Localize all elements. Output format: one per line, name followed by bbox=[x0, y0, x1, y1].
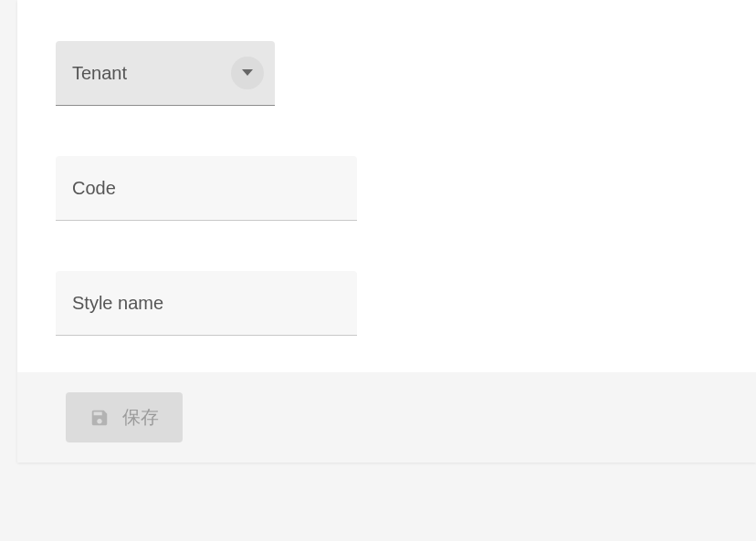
form-footer: 保存 bbox=[17, 372, 756, 463]
form-card: Tenant Code Style name 保存 bbox=[17, 0, 756, 463]
tenant-select[interactable]: Tenant bbox=[56, 41, 275, 106]
dropdown-toggle[interactable] bbox=[231, 57, 264, 89]
style-name-input[interactable]: Style name bbox=[56, 271, 357, 336]
chevron-down-icon bbox=[241, 68, 254, 78]
code-input-label: Code bbox=[72, 178, 116, 199]
save-button-label: 保存 bbox=[122, 405, 159, 430]
style-name-input-label: Style name bbox=[72, 293, 163, 314]
save-icon bbox=[89, 408, 110, 428]
form-area: Tenant Code Style name bbox=[17, 0, 756, 372]
code-input[interactable]: Code bbox=[56, 156, 357, 221]
save-button[interactable]: 保存 bbox=[66, 392, 183, 442]
tenant-select-label: Tenant bbox=[72, 63, 127, 84]
